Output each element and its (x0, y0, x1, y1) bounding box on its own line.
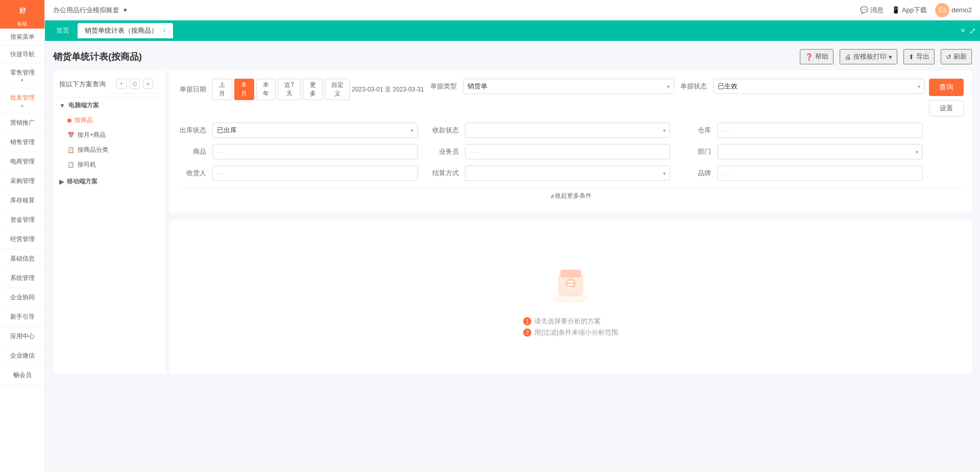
staff-input[interactable]: ··· (465, 144, 671, 159)
doc-type-select[interactable]: 销货单 ▾ (463, 79, 675, 94)
collapse-panel-btn[interactable]: « (143, 79, 153, 89)
sidebar-item-retail[interactable]: 零售管理 ▼ (0, 63, 44, 88)
sidebar-item-newbie[interactable]: 新手引导 (0, 308, 44, 327)
sidebar-item-inventory[interactable]: 库存核算 (0, 191, 44, 210)
page-actions: ❓ 帮助 🖨 按模板打印 ▾ ⬆ 导出 ↺ 刷新 (800, 49, 972, 64)
staff-label: 业务员 (430, 147, 459, 156)
app-download-btn[interactable]: 📱 App下载 (892, 6, 927, 15)
template-print-btn[interactable]: 🖨 按模板打印 ▾ (840, 49, 897, 64)
sidebar-item-appcenter[interactable]: 应用中心 (0, 327, 44, 346)
sidebar-quicknav-item[interactable]: 快捷导航 (0, 46, 44, 63)
tab-home[interactable]: 首页 (49, 23, 77, 38)
empty-illustration (545, 255, 596, 306)
active-dot (67, 119, 71, 123)
dept-select[interactable]: ▾ (717, 144, 923, 159)
mobile-scheme-arrow[interactable]: ▶ (59, 178, 64, 185)
user-name: demo2 (951, 6, 972, 14)
sidebar-item-newbie-label: 新手引导 (10, 313, 35, 321)
filter-row-2: 出库状态 已出库 ▾ 收款状态 ▾ (178, 123, 964, 138)
scheme-by-product-category-label: 按商品分类 (78, 146, 108, 154)
sidebar-item-marketing[interactable]: 营销推广 (0, 113, 44, 133)
doc-type-arrow-icon: ▾ (667, 84, 670, 89)
sidebar-item-corpwechat[interactable]: 企业微信 (0, 346, 44, 366)
tab-close-all-icon[interactable]: × (961, 26, 965, 35)
sidebar-item-basic-label: 基础信息 (10, 254, 35, 263)
sidebar-item-basic[interactable]: 基础信息 (0, 249, 44, 269)
custom-btn[interactable]: 自定义 (325, 79, 350, 100)
app-download-label: App下载 (902, 6, 927, 15)
message-btn[interactable]: 💬 消息 (860, 6, 884, 15)
sidebar-item-sales[interactable]: 销售管理 (0, 133, 44, 152)
collapse-row[interactable]: ∧ 收起更多条件 (178, 187, 964, 204)
out-status-select[interactable]: 已出库 ▾ (212, 123, 418, 138)
settle-select[interactable]: ▾ (465, 166, 671, 181)
sidebar-item-purchase[interactable]: 采购管理 (0, 172, 44, 191)
scheme-by-month-product[interactable]: 📅 按月+商品 (61, 128, 165, 143)
help-btn[interactable]: ❓ 帮助 (800, 49, 834, 64)
edit-scheme-btn[interactable]: ⊙ (130, 79, 140, 89)
out-status-value: 已出库 (217, 126, 237, 135)
header-actions: 💬 消息 📱 App下载 Ea demo2 (860, 3, 972, 17)
tab-sales-stats[interactable]: 销货单统计表（按商品） × (78, 23, 173, 38)
filter-row-3: 商品 ··· 业务员 ··· (178, 144, 964, 159)
template-print-label: 按模板打印 (853, 52, 887, 61)
desktop-scheme-label: 电脑端方案 (68, 101, 99, 110)
app-logo[interactable]: 好 标版 (0, 0, 44, 29)
message-icon: 💬 (860, 6, 868, 14)
refresh-btn[interactable]: ↺ 刷新 (941, 49, 972, 64)
collect-status-select[interactable]: ▾ (465, 123, 671, 138)
export-btn[interactable]: ⬆ 导出 (903, 49, 935, 64)
sidebar-item-system[interactable]: 系统管理 (0, 269, 44, 288)
scheme-by-supplier-label: 按司机 (78, 160, 96, 169)
collapse-icon: ∧ (550, 193, 555, 200)
content-area: 销货单统计表(按商品) ❓ 帮助 🖨 按模板打印 ▾ ⬆ 导出 ↺ 刷新 (45, 41, 980, 472)
curr-year-btn[interactable]: 本年 (256, 79, 276, 100)
refresh-icon: ↺ (946, 53, 951, 61)
brand-input[interactable]: ··· (717, 166, 923, 181)
out-status-arrow-icon: ▾ (411, 128, 413, 133)
svg-rect-8 (568, 287, 572, 289)
sidebar-item-corp[interactable]: 企业协同 (0, 288, 44, 308)
settings-btn[interactable]: 设置 (929, 100, 964, 116)
collect-status-label: 收款状态 (430, 126, 459, 135)
scheme-by-supplier[interactable]: 📋 按司机 (61, 157, 165, 172)
scheme-by-product-label: 按商品 (75, 116, 93, 125)
scheme-by-product[interactable]: 按商品 (61, 113, 165, 128)
panel-title: 按以下方案查询 (59, 80, 110, 89)
sidebar-item-finance[interactable]: 资金管理 (0, 210, 44, 230)
sidebar-item-member[interactable]: 畅会员 (0, 366, 44, 385)
prev-month-btn[interactable]: 上月 (212, 79, 232, 100)
tab-home-label: 首页 (56, 26, 69, 35)
user-menu[interactable]: Ea demo2 (935, 3, 972, 17)
add-scheme-btn[interactable]: + (116, 79, 127, 89)
more-btn[interactable]: 更多 (303, 79, 323, 100)
tab-expand-icon[interactable]: ⤢ (969, 26, 976, 36)
scheme-by-product-category[interactable]: 📋 按商品分类 (61, 143, 165, 157)
panel-icons: + ⊙ « (110, 75, 159, 93)
sidebar-item-corpwechat-label: 企业微信 (10, 351, 35, 360)
sidebar-item-ops[interactable]: 经营管理 (0, 230, 44, 249)
sidebar-item-purchase-label: 采购管理 (10, 177, 35, 185)
query-btn[interactable]: 查询 (929, 79, 964, 96)
doc-status-select[interactable]: 已生效 ▾ (713, 79, 925, 94)
date-range-display: 2023-03-01 至 2023-03-31 (352, 85, 424, 94)
sidebar-item-retail-label: 零售管理 (10, 68, 35, 77)
dept-arrow-icon: ▾ (916, 149, 918, 155)
tab-close-icon[interactable]: × (163, 28, 166, 34)
svg-rect-4 (560, 270, 581, 277)
scheme-icon-1: 📅 (67, 132, 75, 138)
breadcrumb-text: 办公用品行业模拟账套 (53, 6, 119, 15)
desktop-scheme-arrow[interactable]: ▼ (59, 102, 65, 109)
last7-btn[interactable]: 近7天 (278, 79, 301, 100)
sidebar-item-ecommerce[interactable]: 电商管理 (0, 152, 44, 172)
sidebar-item-wholesale[interactable]: 批发管理 ▲ (0, 88, 44, 113)
curr-month-btn[interactable]: 本月 (234, 79, 254, 100)
product-input[interactable]: ··· (212, 144, 418, 159)
empty-hints: 1 请先选择要分析的方案 2 用[过滤]条件来缩小分析范围 (523, 315, 618, 339)
page-title: 销货单统计表(按商品) (53, 51, 142, 63)
message-label: 消息 (870, 6, 884, 15)
sidebar-search-item[interactable]: 搜索菜单 (0, 29, 44, 46)
sidebar-item-marketing-label: 营销推广 (10, 119, 35, 127)
warehouse-input[interactable]: ··· (717, 123, 923, 138)
receiver-input[interactable]: ··· (212, 166, 418, 181)
